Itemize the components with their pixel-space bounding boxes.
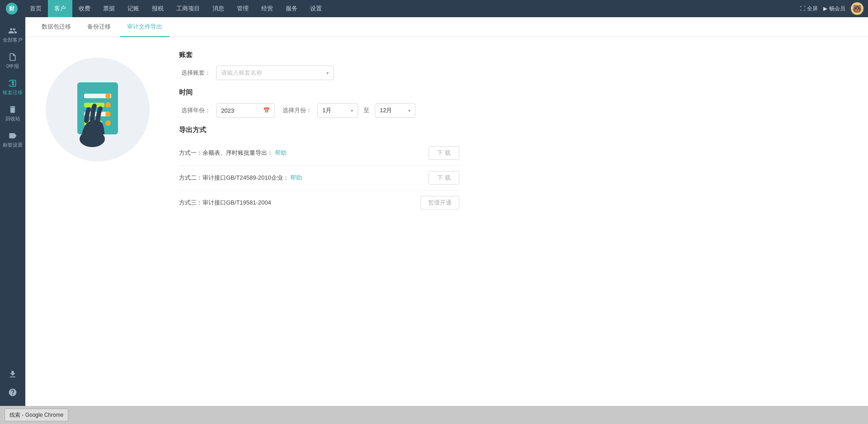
member-button[interactable]: ▶ 畅会员 — [823, 5, 845, 13]
avatar[interactable]: 🐻 — [851, 2, 863, 15]
nav-home[interactable]: 首页 — [24, 0, 48, 17]
method-2-download-button[interactable]: 下 载 — [429, 171, 459, 185]
sidebar-item-zero-filing[interactable]: 0申报 — [0, 48, 25, 74]
tab-audit-export[interactable]: 审计文件导出 — [120, 17, 170, 37]
account-select[interactable]: 请输入账套名称 ▾ — [216, 66, 334, 80]
sidebar-item-recycle[interactable]: 回收站 — [0, 100, 25, 127]
nav-settings[interactable]: 设置 — [304, 0, 328, 17]
month-end-value: 12月 — [380, 106, 392, 114]
top-nav: 财 首页 客户 收费 票据 记账 报税 工商项目 消息 管理 经营 服务 设置 … — [0, 0, 868, 17]
sidebar-item-download[interactable] — [0, 365, 25, 383]
month-label: 选择月份： — [280, 106, 312, 114]
year-label: 选择年份： — [179, 106, 211, 114]
illustration-wrap — [43, 51, 152, 168]
export-method-1: 方式一：余额表、序时账批量导出： 帮助 下 载 — [179, 141, 459, 166]
separator: 至 — [363, 106, 369, 114]
nav-operations[interactable]: 经营 — [255, 0, 279, 17]
nav-bookkeeping[interactable]: 记账 — [121, 0, 146, 17]
method-1-help-link[interactable]: 帮助 — [275, 149, 287, 156]
top-nav-right: ⛶ 全屏 ▶ 畅会员 🐻 — [800, 2, 863, 15]
account-section-title: 账套 — [179, 51, 459, 59]
method-1-text: 方式一：余额表、序时账批量导出： 帮助 — [179, 149, 424, 157]
fullscreen-icon: ⛶ — [800, 5, 805, 12]
method-2-help-link[interactable]: 帮助 — [290, 174, 302, 181]
account-form-row: 选择账套： 请输入账套名称 ▾ — [179, 66, 459, 80]
sidebar-item-help[interactable] — [0, 383, 25, 401]
help-icon — [8, 388, 17, 397]
month-start-value: 1月 — [322, 106, 331, 114]
tabs-bar: 数据包迁移 备份迁移 审计文件导出 — [25, 17, 868, 37]
year-value: 2023 — [221, 107, 234, 114]
chevron-down-icon: ▾ — [408, 108, 410, 113]
svg-point-7 — [105, 93, 111, 99]
account-placeholder: 请输入账套名称 — [221, 69, 262, 77]
people-icon — [8, 26, 17, 35]
nav-business[interactable]: 工商项目 — [170, 0, 206, 17]
svg-point-9 — [105, 111, 111, 117]
migration-icon — [8, 79, 17, 88]
sidebar-item-all-customers[interactable]: 全部客户 — [0, 22, 25, 48]
nav-management[interactable]: 管理 — [231, 0, 255, 17]
page-content: 账套 选择账套： 请输入账套名称 ▾ 时间 选择年份： 2023 — [25, 37, 868, 406]
sidebar-bottom — [0, 365, 25, 406]
fullscreen-button[interactable]: ⛶ 全屏 — [800, 5, 818, 13]
nav-messages[interactable]: 消息 — [206, 0, 231, 17]
time-section-title: 时间 — [179, 88, 459, 97]
audit-illustration — [61, 69, 134, 150]
time-form-row: 选择年份： 2023 📅 选择月份： 1月 ▾ 至 12月 — [179, 103, 459, 118]
account-label: 选择账套： — [179, 69, 211, 77]
sidebar-item-label: 0申报 — [6, 63, 19, 70]
method-2-text: 方式二：审计接口GB/T24589-2010企业： 帮助 — [179, 174, 424, 182]
illustration-circle — [46, 57, 150, 162]
taskbar-chrome-item[interactable]: 线索 - Google Chrome — [5, 409, 68, 421]
sidebar-item-label: 标签设置 — [3, 142, 23, 148]
method-3-text: 方式三：审计接口GB/T19581-2004 — [179, 199, 416, 207]
nav-billing[interactable]: 收费 — [72, 0, 97, 17]
year-input[interactable]: 2023 📅 — [216, 103, 275, 118]
download-icon — [8, 370, 17, 379]
export-section-title: 导出方式 — [179, 126, 459, 134]
top-nav-items: 首页 客户 收费 票据 记账 报税 工商项目 消息 管理 经营 服务 设置 — [24, 0, 800, 17]
taskbar: 线索 - Google Chrome — [0, 406, 868, 424]
chevron-down-icon: ▾ — [326, 71, 329, 76]
nav-customers[interactable]: 客户 — [48, 0, 72, 17]
export-method-3: 方式三：审计接口GB/T19581-2004 暂缓开通 — [179, 191, 459, 215]
content-area: 数据包迁移 备份迁移 审计文件导出 — [25, 17, 868, 406]
svg-point-8 — [105, 102, 111, 108]
nav-tax[interactable]: 报税 — [146, 0, 170, 17]
method-3-coming-soon-button[interactable]: 暂缓开通 — [420, 196, 459, 210]
tab-backup-migration[interactable]: 备份迁移 — [80, 17, 118, 37]
tag-icon — [8, 131, 17, 140]
month-start-select[interactable]: 1月 ▾ — [317, 103, 358, 118]
export-method-2: 方式二：审计接口GB/T24589-2010企业： 帮助 下 载 — [179, 166, 459, 191]
main-layout: 全部客户 0申报 账套迁移 回收站 标签设置 — [0, 17, 868, 406]
svg-point-10 — [105, 120, 111, 126]
tab-data-migration[interactable]: 数据包迁移 — [34, 17, 78, 37]
method-1-download-button[interactable]: 下 载 — [429, 146, 459, 160]
month-end-select[interactable]: 12月 ▾ — [375, 103, 415, 118]
nav-invoice[interactable]: 票据 — [97, 0, 121, 17]
trash-icon — [8, 105, 17, 114]
sidebar-item-label: 账套迁移 — [3, 89, 23, 96]
document-icon — [8, 52, 17, 62]
sidebar: 全部客户 0申报 账套迁移 回收站 标签设置 — [0, 17, 25, 406]
form-container: 账套 选择账套： 请输入账套名称 ▾ 时间 选择年份： 2023 — [43, 51, 850, 215]
play-icon: ▶ — [823, 5, 827, 12]
sidebar-item-account-migration[interactable]: 账套迁移 — [0, 74, 25, 100]
app-logo: 财 — [5, 1, 19, 16]
form-right: 账套 选择账套： 请输入账套名称 ▾ 时间 选择年份： 2023 — [179, 51, 459, 215]
svg-text:财: 财 — [9, 5, 15, 12]
nav-services[interactable]: 服务 — [279, 0, 304, 17]
chevron-down-icon: ▾ — [351, 108, 353, 113]
calendar-icon: 📅 — [263, 107, 270, 114]
sidebar-item-label: 回收站 — [5, 115, 20, 122]
sidebar-item-label: 全部客户 — [3, 37, 23, 43]
sidebar-item-tag-settings[interactable]: 标签设置 — [0, 127, 25, 153]
